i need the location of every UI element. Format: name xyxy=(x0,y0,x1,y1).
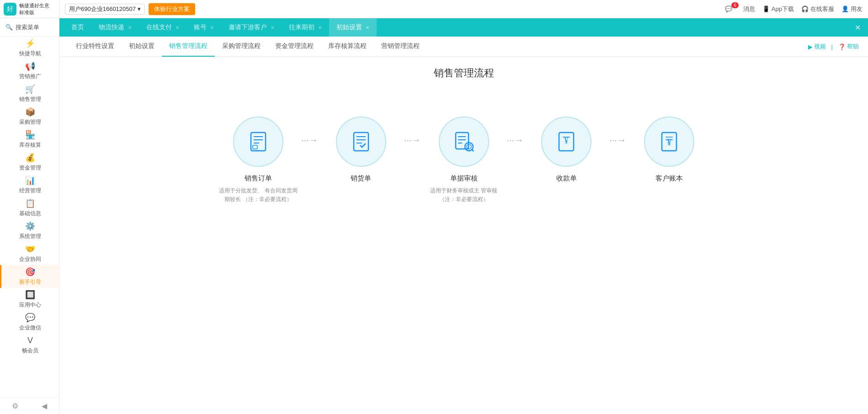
sidebar-label-9: 企业协同 xyxy=(19,255,41,263)
svg-text:¥: ¥ xyxy=(564,136,569,145)
top-bar-left: 用户690企业1660120507 ▾ 体验行业方案 xyxy=(65,3,195,15)
help-btn[interactable]: ❓ 帮助 xyxy=(838,42,859,51)
flow-circle-approval[interactable] xyxy=(439,117,489,167)
sidebar-bottom: ⚙ ◀ xyxy=(0,398,59,414)
user-avatar-item[interactable]: 👤 用友 xyxy=(841,5,863,13)
sidebar-item-采购管理[interactable]: 📦采购管理 xyxy=(0,105,59,128)
flow-circle-sales-invoice[interactable] xyxy=(336,117,386,167)
sidebar-icon-7: 📋 xyxy=(25,198,35,208)
sidebar-icon-5: 💰 xyxy=(25,153,35,163)
sidebar-label-7: 基础信息 xyxy=(19,210,41,218)
logo-text: 畅捷通好生意 标准版 xyxy=(19,2,49,16)
top-bar: 用户690企业1660120507 ▾ 体验行业方案 💬 6 消息 📱 App下… xyxy=(59,0,868,18)
main-content: 行业特性设置初始设置销售管理流程采购管理流程资金管理流程库存核算流程营销管理流程… xyxy=(59,37,868,414)
sub-tab-6[interactable]: 营销管理流程 xyxy=(374,37,427,57)
nav-tab-5[interactable]: 往来期初✕ xyxy=(282,18,329,37)
nav-tab-close-1[interactable]: ✕ xyxy=(128,25,132,30)
nav-tab-1[interactable]: 物流快递✕ xyxy=(91,18,139,37)
nav-tab-label-0: 首页 xyxy=(71,23,84,32)
sidebar-item-销售管理[interactable]: 🛒销售管理 xyxy=(0,82,59,105)
nav-tab-0[interactable]: 首页 xyxy=(64,18,91,37)
sidebar-items: ⚡快捷导航📢营销推广🛒销售管理📦采购管理🏪库存核算💰资金管理📊经营管理📋基础信息… xyxy=(0,37,59,398)
nav-tabs: 首页物流快递✕在线支付✕账号✕邀请下游客户✕往来期初✕初始设置✕✕ xyxy=(0,18,868,37)
sidebar-item-应用中心[interactable]: 🔲应用中心 xyxy=(0,288,59,311)
app-download-item[interactable]: 📱 App下载 xyxy=(762,5,794,13)
settings-icon[interactable]: ⚙ xyxy=(12,402,18,410)
flow-arrow-1: ···→ xyxy=(404,117,421,145)
sub-tab-2[interactable]: 销售管理流程 xyxy=(162,37,215,57)
online-service-item[interactable]: 🎧 在线客服 xyxy=(801,5,834,13)
sidebar-item-资金管理[interactable]: 💰资金管理 xyxy=(0,151,59,174)
question-icon: ❓ xyxy=(838,43,846,50)
flow-label-sales-order: 销售订单 xyxy=(245,174,272,183)
close-all-tabs[interactable]: ✕ xyxy=(847,23,868,32)
sidebar-icon-4: 🏪 xyxy=(25,130,35,140)
flow-step-account: ¥ 客户账本 xyxy=(628,117,710,186)
sidebar-label-4: 库存核算 xyxy=(19,141,41,149)
video-help-btn[interactable]: ▶ 视频 xyxy=(808,42,826,51)
sub-tab-4[interactable]: 资金管理流程 xyxy=(268,37,321,57)
sidebar-icon-1: 📢 xyxy=(25,61,35,71)
nav-tab-6[interactable]: 初始设置✕ xyxy=(329,18,377,37)
sub-tab-0[interactable]: 行业特性设置 xyxy=(69,37,122,57)
nav-tab-3[interactable]: 账号✕ xyxy=(186,18,221,37)
sidebar-label-3: 采购管理 xyxy=(19,118,41,126)
sidebar-item-经营管理[interactable]: 📊经营管理 xyxy=(0,174,59,196)
sidebar-label-8: 系统管理 xyxy=(19,233,41,240)
logo-icon: 好 xyxy=(4,3,16,16)
sub-tab-3[interactable]: 采购管理流程 xyxy=(215,37,268,57)
sidebar-item-营销推广[interactable]: 📢营销推广 xyxy=(0,59,59,82)
sidebar-label-1: 营销推广 xyxy=(19,73,41,80)
sub-tab-5[interactable]: 库存核算流程 xyxy=(321,37,374,57)
nav-tab-close-4[interactable]: ✕ xyxy=(271,25,274,30)
svg-rect-0 xyxy=(251,133,266,151)
nav-tab-label-5: 往来期初 xyxy=(289,23,314,32)
svg-rect-4 xyxy=(253,145,257,149)
sidebar-item-库存核算[interactable]: 🏪库存核算 xyxy=(0,128,59,151)
sidebar-item-畅会员[interactable]: V畅会员 xyxy=(0,334,59,356)
sidebar-icon-6: 📊 xyxy=(25,175,35,186)
page-body: 销售管理流程 销售订单适用于分批发货、 有合同发货周期较长 （注：非必要流程）·… xyxy=(59,57,868,222)
flow-circle-account[interactable]: ¥ xyxy=(644,117,694,167)
nav-tab-2[interactable]: 在线支付✕ xyxy=(139,18,186,37)
flow-arrow-2: ···→ xyxy=(507,117,524,145)
sidebar-item-快捷导航[interactable]: ⚡快捷导航 xyxy=(0,37,59,59)
flow-label-account: 客户账本 xyxy=(655,174,683,183)
flow-arrow-3: ···→ xyxy=(609,117,626,145)
sidebar-item-企业协同[interactable]: 🤝企业协同 xyxy=(0,242,59,265)
sidebar-label-2: 销售管理 xyxy=(19,96,41,103)
nav-tab-close-3[interactable]: ✕ xyxy=(210,25,214,30)
flow-step-approval: 单据审核适用于财务审核或主 管审核 （注：非必要流程） xyxy=(423,117,505,204)
flow-diagram: 销售订单适用于分批发货、 有合同发货周期较长 （注：非必要流程）···→ 销货单… xyxy=(69,107,859,213)
nav-tab-label-4: 邀请下游客户 xyxy=(229,23,267,32)
flow-step-sales-order: 销售订单适用于分批发货、 有合同发货周期较长 （注：非必要流程） xyxy=(217,117,299,204)
sidebar-item-企业微信[interactable]: 💬企业微信 xyxy=(0,311,59,334)
sidebar-label-12: 企业微信 xyxy=(19,324,41,332)
sub-tab-1[interactable]: 初始设置 xyxy=(122,37,162,57)
nav-tab-close-5[interactable]: ✕ xyxy=(318,25,322,30)
sidebar-icon-13: V xyxy=(27,336,33,345)
flow-circle-receipt[interactable]: ¥ xyxy=(541,117,591,167)
collapse-icon[interactable]: ◀ xyxy=(42,402,47,410)
sidebar-label-13: 畅会员 xyxy=(22,347,38,355)
download-icon: 📱 xyxy=(762,5,770,12)
nav-tab-close-2[interactable]: ✕ xyxy=(176,25,179,30)
flow-circle-sales-order[interactable] xyxy=(233,117,283,167)
nav-tab-4[interactable]: 邀请下游客户✕ xyxy=(221,18,282,37)
flow-step-sales-invoice: 销货单 xyxy=(320,117,402,186)
sidebar-label-0: 快捷导航 xyxy=(19,50,41,58)
message-item[interactable]: 💬 6 消息 xyxy=(725,5,755,13)
page-title: 销售管理流程 xyxy=(69,66,859,80)
sidebar-item-系统管理[interactable]: ⚙️系统管理 xyxy=(0,219,59,242)
search-menu[interactable]: 🔍 搜索菜单 xyxy=(0,18,59,37)
sidebar-item-新手引导[interactable]: 🎯新手引导 xyxy=(0,265,59,288)
trial-button[interactable]: 体验行业方案 xyxy=(149,3,195,15)
chevron-down-icon: ▾ xyxy=(138,5,141,12)
sidebar-icon-12: 💬 xyxy=(25,313,35,323)
nav-tab-close-6[interactable]: ✕ xyxy=(366,25,369,30)
sidebar-item-基础信息[interactable]: 📋基础信息 xyxy=(0,196,59,219)
top-bar-right: 💬 6 消息 📱 App下载 🎧 在线客服 👤 用友 xyxy=(725,5,863,13)
flow-arrow-0: ···→ xyxy=(301,117,318,145)
user-select[interactable]: 用户690企业1660120507 ▾ xyxy=(65,4,145,15)
flow-label-receipt: 收款单 xyxy=(556,174,577,183)
